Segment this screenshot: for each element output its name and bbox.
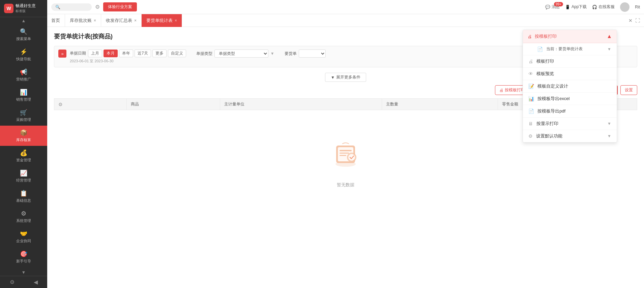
topbar-right: 💬 消息 99+ 📱 App下载 🎧 在线客服 Rit bbox=[545, 2, 640, 12]
online-service-area[interactable]: 🎧 在线客服 bbox=[592, 4, 615, 10]
column-header-qty: 主数量 bbox=[382, 99, 498, 110]
sidebar-item-guide[interactable]: 🎯新手引导 bbox=[0, 247, 47, 267]
date-buttons: 上月本月本年近7天更多自定义 bbox=[88, 50, 186, 57]
print-dropdown-collapse-icon[interactable]: ▲ bbox=[607, 33, 612, 39]
sidebar-item-label-guide: 新手引导 bbox=[16, 259, 31, 264]
sidebar-item-basic[interactable]: 📋基础信息 bbox=[0, 186, 47, 206]
current-template-arrow: ▼ bbox=[607, 47, 611, 52]
sidebar-item-operations[interactable]: 📈经营管理 bbox=[0, 166, 47, 186]
app-version: 标准版 bbox=[16, 9, 36, 13]
menu-item-left-template_preview: 👁 模板预览 bbox=[528, 71, 554, 77]
print-header-icon: 🖨 bbox=[528, 34, 532, 39]
date-btn-current_month[interactable]: 本月 bbox=[104, 50, 118, 57]
menu-item-left-template_export_pdf: 📄 按模板导出pdf bbox=[528, 108, 565, 114]
resize-window-button[interactable]: ⛶ bbox=[635, 18, 640, 23]
tab-inventory_batch[interactable]: 库存批次账× bbox=[65, 14, 101, 27]
empty-text: 暂无数据 bbox=[337, 182, 354, 188]
trial-industry-button[interactable]: 体验行业方案 bbox=[103, 2, 137, 11]
sidebar-nav: 🔍搜索菜单⚡快捷导航📢营销推广📊销售管理🛒采购管理📦库存核算💰资金管理📈经营管理… bbox=[0, 25, 47, 268]
order-type-select[interactable]: 单据类型 bbox=[214, 50, 268, 58]
menu-item-icon-template_custom: 📝 bbox=[528, 84, 534, 89]
tab-close-inventory_batch[interactable]: × bbox=[94, 18, 96, 23]
close-window-button[interactable]: ✕ bbox=[628, 18, 633, 23]
print-btn-label: 按模板打印 bbox=[505, 87, 525, 93]
sidebar-scroll-down[interactable]: ▼ bbox=[0, 268, 47, 276]
sidebar-item-sales[interactable]: 📊销售管理 bbox=[0, 85, 47, 105]
svg-rect-4 bbox=[340, 153, 349, 154]
print-menu-item-template_export_excel[interactable]: 📊 按模板导出excel bbox=[523, 93, 617, 105]
topbar-gear-icon[interactable]: ⚙ bbox=[95, 4, 100, 10]
print-menu-item-template_print[interactable]: 🖨 模板打印 bbox=[523, 55, 617, 68]
print-menu-item-display_print[interactable]: 🖥 按显示打印 ▼ bbox=[523, 118, 617, 130]
order-type-label: 单据类型 bbox=[196, 51, 212, 57]
settings-icon[interactable]: ⚙ bbox=[10, 279, 14, 285]
tab-label-order_stats: 要货单统计表 bbox=[146, 18, 173, 24]
current-template-item[interactable]: 📄 当前：要货单统计表 ▼ bbox=[523, 43, 617, 55]
order-type-dropdown-icon: ▼ bbox=[270, 51, 274, 56]
system-icon: ⚙ bbox=[21, 210, 26, 217]
date-btn-last7days[interactable]: 近7天 bbox=[135, 50, 151, 57]
print-menu-item-template_export_pdf[interactable]: 📄 按模板导出pdf bbox=[523, 105, 617, 118]
expand-more-conditions-button[interactable]: ▼ 展开更多条件 bbox=[325, 73, 366, 82]
tab-order_stats[interactable]: 要货单统计表× bbox=[142, 14, 182, 27]
topbar-search[interactable]: 🔍 bbox=[51, 3, 92, 11]
sidebar-item-cooperation[interactable]: 🤝企业协同 bbox=[0, 227, 47, 247]
app-download-icon: 📱 bbox=[565, 5, 570, 9]
date-btn-more[interactable]: 更多 bbox=[152, 50, 167, 57]
date-btn-current_year[interactable]: 本年 bbox=[119, 50, 133, 57]
page-content: 要货单统计表(按商品) » 单据日期 上月本月本年近7天更多自定义 2023-0… bbox=[47, 27, 644, 288]
sidebar-item-shortcut[interactable]: ⚡快捷导航 bbox=[0, 45, 47, 65]
tab-label-receivables: 收发存汇总表 bbox=[106, 18, 132, 24]
menu-item-left-template_print: 🖨 模板打印 bbox=[528, 58, 554, 64]
menu-item-icon-set_default: ⚙ bbox=[528, 133, 533, 139]
order-goods-select[interactable] bbox=[299, 50, 326, 58]
tab-receivables[interactable]: 收发存汇总表× bbox=[101, 14, 142, 27]
date-btn-prev_month[interactable]: 上月 bbox=[88, 50, 102, 57]
sidebar-item-marketing[interactable]: 📢营销推广 bbox=[0, 65, 47, 85]
operations-icon: 📈 bbox=[20, 169, 27, 177]
user-avatar[interactable] bbox=[620, 2, 630, 12]
sidebar-item-label-finance: 资金管理 bbox=[16, 158, 31, 163]
tab-label-inventory_batch: 库存批次账 bbox=[70, 18, 92, 24]
sidebar-item-label-system: 系统管理 bbox=[16, 218, 31, 223]
settings-button[interactable]: 设置 bbox=[620, 85, 637, 95]
guide-icon: 🎯 bbox=[20, 250, 27, 258]
print-menu-item-template_custom[interactable]: 📝 模板自定义设计 bbox=[523, 80, 617, 93]
sidebar-scroll-up[interactable]: ▲ bbox=[0, 17, 47, 25]
sidebar-item-search[interactable]: 🔍搜索菜单 bbox=[0, 25, 47, 45]
messages-area[interactable]: 💬 消息 99+ bbox=[545, 4, 560, 10]
messages-badge: 99+ bbox=[554, 2, 563, 6]
print-menu-item-set_default[interactable]: ⚙ 设置默认功能 ▼ bbox=[523, 130, 617, 142]
sidebar-item-label-search: 搜索菜单 bbox=[16, 36, 31, 41]
sidebar: W 畅通好生意 标准版 ▲ 🔍搜索菜单⚡快捷导航📢营销推广📊销售管理🛒采购管理📦… bbox=[0, 0, 47, 288]
print-header-title: 按模板打印 bbox=[535, 33, 557, 39]
tab-close-order_stats[interactable]: × bbox=[175, 18, 177, 23]
sidebar-item-label-operations: 经营管理 bbox=[16, 178, 31, 183]
app-download-area[interactable]: 📱 App下载 bbox=[565, 4, 587, 10]
message-icon: 💬 bbox=[545, 5, 550, 9]
tab-close-receivables[interactable]: × bbox=[134, 18, 137, 23]
app-logo-icon: W bbox=[4, 4, 13, 13]
tabs-bar: 首页库存批次账×收发存汇总表×要货单统计表× ✕ ⛶ bbox=[47, 14, 644, 27]
sidebar-item-system[interactable]: ⚙系统管理 bbox=[0, 206, 47, 227]
collapse-sidebar-icon[interactable]: ◀ bbox=[34, 279, 38, 285]
table-settings-button[interactable]: ⚙ bbox=[58, 102, 63, 107]
app-name: 畅通好生意 bbox=[16, 3, 36, 9]
sidebar-item-inventory[interactable]: 📦库存核算 bbox=[0, 126, 47, 146]
sidebar-item-label-cooperation: 企业协同 bbox=[16, 238, 31, 244]
menu-item-label-template_print: 模板打印 bbox=[536, 58, 554, 64]
empty-illustration bbox=[329, 137, 362, 178]
online-service-label: 在线客服 bbox=[598, 4, 615, 10]
sidebar-item-apps[interactable]: 🔲应用中心 bbox=[0, 267, 47, 268]
sidebar-item-purchase[interactable]: 🛒采购管理 bbox=[0, 105, 47, 126]
date-btn-custom[interactable]: 自定义 bbox=[168, 50, 186, 57]
main-area: 🔍 ⚙ 体验行业方案 💬 消息 99+ 📱 App下载 🎧 在线客服 Rit bbox=[47, 0, 644, 288]
sidebar-item-finance[interactable]: 💰资金管理 bbox=[0, 146, 47, 166]
menu-item-arrow-display_print: ▼ bbox=[607, 121, 611, 126]
tab-home[interactable]: 首页 bbox=[51, 14, 65, 27]
print-menu-item-template_preview[interactable]: 👁 模板预览 bbox=[523, 68, 617, 80]
sidebar-item-label-purchase: 采购管理 bbox=[16, 117, 31, 122]
menu-item-icon-template_export_excel: 📊 bbox=[528, 96, 534, 101]
finance-icon: 💰 bbox=[20, 149, 27, 157]
filter-expand-button[interactable]: » bbox=[58, 50, 66, 58]
